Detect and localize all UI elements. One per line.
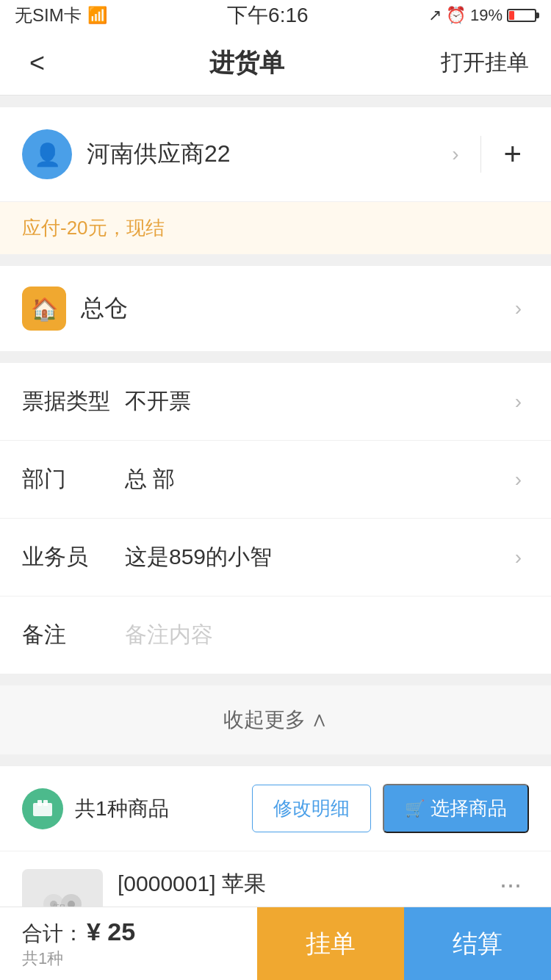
- hang-button[interactable]: 挂单: [257, 907, 404, 980]
- alarm-icon: ⏰: [446, 6, 466, 25]
- total-section: 合计： ¥ 25 共1种: [0, 907, 257, 980]
- salesperson-value: 这是859的小智: [110, 542, 515, 572]
- total-count: 共1种: [22, 948, 235, 970]
- nav-bar: < 进货单 打开挂单: [0, 31, 551, 96]
- status-left: 无SIM卡 📶: [15, 4, 107, 27]
- remark-row[interactable]: 备注 备注内容: [0, 597, 551, 674]
- status-time: 下午6:16: [227, 1, 309, 29]
- main-content: 👤 河南供应商22 › + 应付-20元，现结 🏠 总仓 › 票据类型 不开票 …: [0, 107, 551, 980]
- svg-rect-1: [37, 800, 42, 806]
- carrier-label: 无SIM卡: [15, 4, 82, 27]
- total-label: 合计：: [22, 920, 84, 948]
- supplier-name: 河南供应商22: [87, 138, 452, 170]
- product-count-text: 共1种商品: [75, 795, 252, 823]
- department-chevron-icon: ›: [515, 468, 522, 491]
- warehouse-name: 总仓: [81, 292, 515, 325]
- department-label: 部门: [22, 464, 110, 494]
- wifi-icon: 📶: [87, 6, 107, 25]
- supplier-card: 👤 河南供应商22 › + 应付-20元，现结: [0, 107, 551, 254]
- battery-percent: 19%: [470, 6, 503, 25]
- svg-rect-0: [33, 803, 52, 816]
- supplier-chevron-icon: ›: [452, 143, 458, 166]
- select-product-button[interactable]: 🛒 选择商品: [383, 784, 529, 833]
- product-count-icon: [22, 788, 63, 829]
- product-code: [0000001]: [118, 871, 222, 896]
- salesperson-chevron-icon: ›: [515, 546, 522, 569]
- back-button[interactable]: <: [22, 40, 52, 86]
- ticket-type-label: 票据类型: [22, 386, 110, 417]
- product-header: 共1种商品 修改明细 🛒 选择商品: [0, 766, 551, 851]
- status-bar: 无SIM卡 📶 下午6:16 ↗ ⏰ 19%: [0, 0, 551, 31]
- salesperson-row[interactable]: 业务员 这是859的小智 ›: [0, 519, 551, 597]
- divider: [480, 136, 481, 173]
- product-more-button[interactable]: ···: [492, 869, 529, 900]
- location-icon: ↗: [428, 6, 442, 25]
- department-row[interactable]: 部门 总 部 ›: [0, 441, 551, 519]
- battery-icon: [507, 9, 536, 22]
- cart-icon: 🛒: [405, 799, 425, 818]
- supplier-row[interactable]: 👤 河南供应商22 › +: [0, 107, 551, 202]
- edit-detail-button[interactable]: 修改明细: [252, 785, 371, 832]
- checkout-button[interactable]: 结算: [404, 907, 551, 980]
- product-title: 苹果: [222, 871, 266, 896]
- remark-label: 备注: [22, 620, 110, 650]
- total-amount: ¥ 25: [87, 918, 135, 946]
- remark-input[interactable]: 备注内容: [110, 620, 529, 650]
- ticket-type-value: 不开票: [110, 386, 515, 417]
- collapse-toggle-label: 收起更多 ∧: [223, 708, 328, 731]
- page-title: 进货单: [209, 46, 284, 80]
- ticket-chevron-icon: ›: [515, 390, 522, 414]
- department-value: 总 部: [110, 464, 515, 494]
- form-card: 票据类型 不开票 › 部门 总 部 › 业务员 这是859的小智 › 备注 备注…: [0, 363, 551, 674]
- notice-bar: 应付-20元，现结: [0, 202, 551, 254]
- supplier-avatar: 👤: [22, 129, 72, 179]
- warehouse-icon: 🏠: [22, 287, 66, 331]
- open-hang-button[interactable]: 打开挂单: [441, 48, 529, 78]
- bottom-bar: 合计： ¥ 25 共1种 挂单 结算: [0, 907, 551, 980]
- ticket-type-row[interactable]: 票据类型 不开票 ›: [0, 363, 551, 441]
- warehouse-chevron-icon: ›: [515, 297, 522, 320]
- collapse-toggle-button[interactable]: 收起更多 ∧: [0, 685, 551, 754]
- product-name: [0000001] 苹果: [118, 869, 492, 899]
- warehouse-card: 🏠 总仓 ›: [0, 266, 551, 351]
- notice-text: 应付-20元，现结: [22, 217, 165, 239]
- salesperson-label: 业务员: [22, 542, 110, 572]
- add-supplier-button[interactable]: +: [496, 137, 529, 172]
- svg-rect-2: [43, 800, 48, 806]
- warehouse-row[interactable]: 🏠 总仓 ›: [0, 266, 551, 351]
- status-right: ↗ ⏰ 19%: [428, 6, 536, 25]
